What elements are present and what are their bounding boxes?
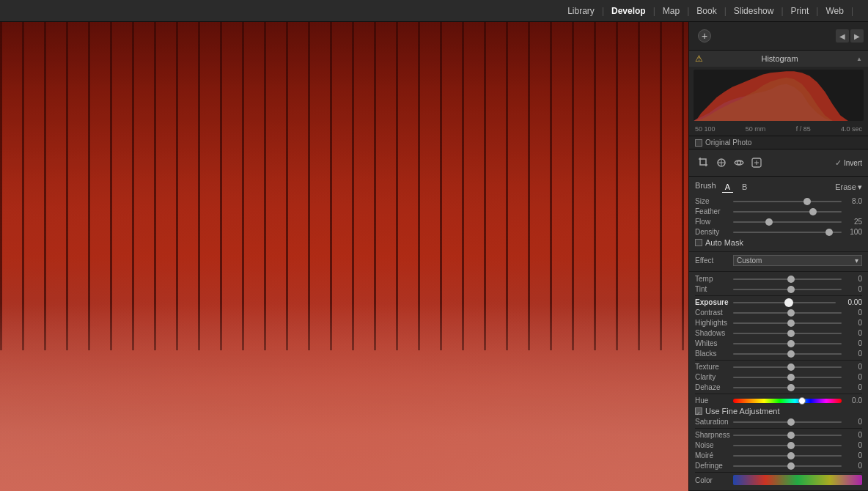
- flow-value: 25: [842, 218, 862, 226]
- clarity-slider[interactable]: [733, 377, 842, 378]
- clarity-thumb[interactable]: [787, 374, 795, 381]
- shadows-thumb[interactable]: [787, 330, 795, 337]
- whites-label: Whites: [695, 339, 733, 347]
- feather-slider[interactable]: [733, 211, 842, 213]
- texture-slider[interactable]: [733, 366, 842, 368]
- panel-top-controls: +: [694, 25, 716, 47]
- plus-icon[interactable]: +: [698, 29, 711, 43]
- moire-slider[interactable]: [733, 455, 842, 457]
- moire-thumb[interactable]: [787, 452, 795, 459]
- contrast-thumb[interactable]: [787, 309, 795, 317]
- defringe-slider[interactable]: [733, 465, 842, 467]
- noise-thumb[interactable]: [787, 442, 795, 449]
- histogram-canvas: [694, 70, 864, 121]
- highlights-thumb[interactable]: [787, 320, 795, 327]
- size-value: 8.0: [842, 197, 862, 205]
- density-slider[interactable]: [733, 232, 842, 233]
- tool-icons-row: ✓ Invert: [689, 149, 868, 177]
- menu-library[interactable]: Library: [563, 4, 599, 18]
- shadows-label: Shadows: [695, 329, 733, 337]
- sharpness-slider[interactable]: [733, 435, 842, 436]
- blacks-slider[interactable]: [733, 353, 842, 355]
- menu-develop[interactable]: Develop: [607, 4, 650, 18]
- flow-thumb[interactable]: [765, 218, 773, 226]
- noise-label: Noise: [695, 441, 733, 449]
- clarity-value: 0: [842, 373, 862, 381]
- effect-section: Effect Custom ▾: [689, 252, 868, 272]
- size-slider[interactable]: [733, 201, 842, 202]
- color-row: Color: [695, 475, 862, 485]
- hue-slider[interactable]: [733, 399, 842, 403]
- density-label: Density: [695, 228, 733, 236]
- blacks-thumb[interactable]: [787, 350, 795, 358]
- brush-section: Brush A B Erase ▾ Size: [689, 177, 868, 252]
- temp-value: 0: [842, 275, 862, 283]
- saturation-thumb[interactable]: [787, 418, 795, 426]
- size-thumb[interactable]: [803, 198, 811, 205]
- crop-tool[interactable]: [695, 154, 713, 171]
- hue-value: 0.0: [842, 396, 862, 405]
- tint-thumb[interactable]: [787, 286, 795, 293]
- invert-label[interactable]: Invert: [844, 159, 862, 167]
- tint-slider[interactable]: [733, 289, 842, 290]
- right-panel-scroll[interactable]: Brush A B Erase ▾ Size: [689, 177, 868, 491]
- effect-dropdown[interactable]: Custom ▾: [733, 255, 862, 266]
- defringe-row: Defringe 0: [695, 462, 862, 470]
- fine-adj-checkbox[interactable]: ✓: [695, 407, 702, 415]
- flow-slider[interactable]: [733, 221, 842, 223]
- effect-dropdown-arrow: ▾: [855, 256, 858, 265]
- saturation-slider[interactable]: [733, 421, 842, 423]
- highlights-row: Highlights 0: [695, 319, 862, 327]
- sharpness-thumb[interactable]: [787, 432, 795, 439]
- healing-tool[interactable]: [713, 154, 730, 171]
- texture-row: Texture 0: [695, 363, 862, 371]
- exposure-slider[interactable]: [733, 302, 836, 303]
- invert-row: ✓ Invert: [835, 158, 862, 168]
- contrast-label: Contrast: [695, 309, 733, 317]
- auto-mask-checkbox[interactable]: [695, 239, 702, 246]
- original-photo-checkbox[interactable]: [695, 139, 702, 147]
- noise-slider[interactable]: [733, 445, 842, 446]
- menu-web[interactable]: Web: [821, 4, 847, 18]
- size-label: Size: [695, 197, 733, 205]
- contrast-slider[interactable]: [733, 312, 842, 314]
- dehaze-slider[interactable]: [733, 387, 842, 388]
- feather-thumb[interactable]: [809, 208, 817, 215]
- temp-thumb[interactable]: [787, 276, 795, 283]
- highlights-slider[interactable]: [733, 322, 842, 324]
- add-button[interactable]: +: [694, 25, 716, 47]
- texture-thumb[interactable]: [787, 363, 795, 371]
- exposure-thumb[interactable]: [784, 298, 793, 307]
- menu-print[interactable]: Print: [787, 4, 814, 18]
- menu-map[interactable]: Map: [658, 4, 684, 18]
- whites-thumb[interactable]: [787, 340, 795, 347]
- expand-icon[interactable]: ▶: [850, 29, 864, 43]
- size-row: Size 8.0: [695, 197, 862, 205]
- red-eye-tool[interactable]: [730, 154, 748, 171]
- top-menu-bar: Library | Develop | Map | Book | Slidesh…: [0, 0, 868, 22]
- color-swatch[interactable]: [733, 475, 862, 485]
- defringe-value: 0: [842, 462, 862, 470]
- flow-label: Flow: [695, 218, 733, 226]
- masking-tool[interactable]: [748, 154, 765, 171]
- texture-value: 0: [842, 363, 862, 371]
- warning-icon: ⚠: [695, 53, 703, 64]
- brush-tab-b[interactable]: B: [739, 182, 750, 193]
- erase-dropdown[interactable]: Erase ▾: [835, 182, 862, 192]
- density-thumb[interactable]: [825, 229, 833, 236]
- defringe-thumb[interactable]: [787, 462, 795, 470]
- exposure-row: Exposure 0.00: [695, 298, 862, 306]
- hue-thumb[interactable]: [798, 397, 806, 405]
- collapse-icon[interactable]: ◀: [836, 29, 849, 43]
- hist-iso: 50 100: [695, 125, 716, 133]
- menu-book[interactable]: Book: [692, 4, 721, 18]
- brush-tab-a[interactable]: A: [722, 182, 733, 193]
- histogram-expand-icon[interactable]: ▲: [856, 56, 862, 62]
- sharpness-row: Sharpness 0: [695, 431, 862, 439]
- dehaze-thumb[interactable]: [787, 384, 795, 391]
- shadows-slider[interactable]: [733, 333, 842, 334]
- original-photo-label: Original Photo: [705, 139, 751, 147]
- temp-slider[interactable]: [733, 278, 842, 280]
- menu-slideshow[interactable]: Slideshow: [729, 4, 779, 18]
- whites-slider[interactable]: [733, 343, 842, 344]
